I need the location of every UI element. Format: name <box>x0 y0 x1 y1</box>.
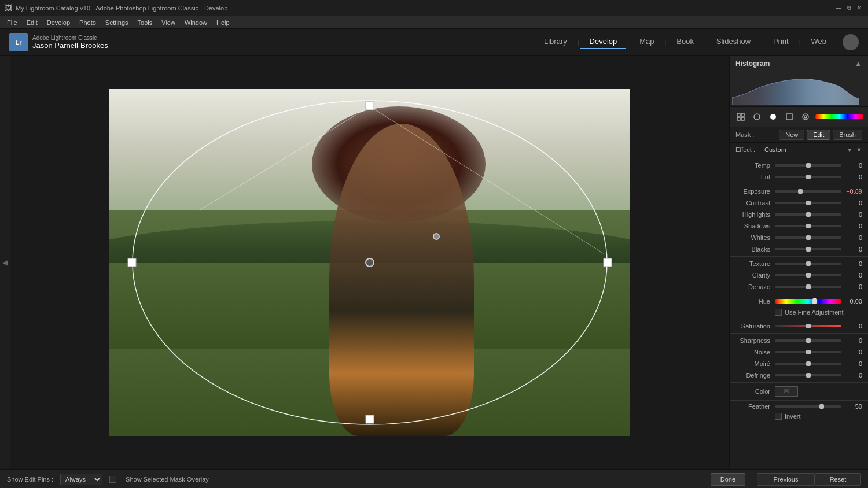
slider-row-tint: Tint 0 <box>730 171 868 183</box>
show-mask-checkbox[interactable] <box>109 476 116 483</box>
done-button[interactable]: Done <box>711 473 745 486</box>
blacks-track[interactable] <box>775 248 841 250</box>
highlights-thumb[interactable] <box>806 212 811 217</box>
sliders-section: Temp 0 Tint 0 Exposure <box>730 157 868 424</box>
texture-thumb[interactable] <box>806 261 811 266</box>
effect-row: Effect : Custom ▼ ▼ <box>730 143 868 157</box>
user-avatar[interactable] <box>843 34 859 50</box>
menu-help[interactable]: Help <box>212 16 234 28</box>
slider-row-blacks: Blacks 0 <box>730 243 868 255</box>
brand-app-name: Adobe Lightroom Classic <box>32 35 108 41</box>
shadows-thumb[interactable] <box>806 224 811 228</box>
feather-thumb[interactable] <box>819 404 824 409</box>
restore-button[interactable]: ⧉ <box>845 4 853 12</box>
moire-label: Moiré <box>735 360 775 367</box>
saturation-label: Saturation <box>735 323 775 330</box>
nav-book[interactable]: Book <box>667 35 703 49</box>
moire-track[interactable] <box>775 363 841 365</box>
slider-row-texture: Texture 0 <box>730 258 868 269</box>
menu-settings[interactable]: Settings <box>101 16 133 28</box>
effect-dropdown-icon[interactable]: ▼ <box>847 147 852 153</box>
left-panel-toggle[interactable]: ◀ <box>2 258 8 267</box>
sharpness-track[interactable] <box>775 339 841 342</box>
hue-label: Hue <box>735 298 775 305</box>
contrast-track[interactable] <box>775 202 841 204</box>
menu-window[interactable]: Window <box>180 16 212 28</box>
hue-thumb[interactable] <box>812 298 817 304</box>
texture-track[interactable] <box>775 263 841 265</box>
contrast-thumb[interactable] <box>806 201 811 205</box>
nav-develop[interactable]: Develop <box>580 35 627 49</box>
histogram-collapse[interactable]: ▲ <box>854 59 862 68</box>
nav-slideshow[interactable]: Slideshow <box>707 35 760 49</box>
previous-button[interactable]: Previous <box>757 473 815 486</box>
mask-brush-button[interactable]: Brush <box>833 130 862 140</box>
histogram-title: Histogram <box>735 60 770 68</box>
menu-tools[interactable]: Tools <box>133 16 157 28</box>
tool-grid[interactable] <box>734 110 747 123</box>
svg-point-14 <box>770 114 776 120</box>
tool-circle-ring[interactable] <box>799 110 812 123</box>
tool-circle-fill[interactable] <box>767 110 779 123</box>
menu-edit[interactable]: Edit <box>22 16 42 28</box>
menu-view[interactable]: View <box>157 16 180 28</box>
dehaze-thumb[interactable] <box>806 284 811 289</box>
title-text: My Lightroom Catalog-v10 - Adobe Photosh… <box>16 5 227 12</box>
svg-rect-10 <box>741 113 744 116</box>
exposure-track[interactable] <box>775 190 841 193</box>
sharpness-thumb[interactable] <box>806 338 811 343</box>
effect-arrow-icon[interactable]: ▼ <box>856 146 862 153</box>
hue-track[interactable] <box>775 299 841 304</box>
tool-circle-outline[interactable] <box>751 110 763 123</box>
shadows-track[interactable] <box>775 225 841 227</box>
exposure-thumb[interactable] <box>798 189 803 194</box>
show-edit-pins-dropdown[interactable]: Always Selected Never <box>60 474 102 485</box>
dehaze-value: 0 <box>841 283 862 290</box>
reset-button[interactable]: Reset <box>815 473 861 486</box>
defringe-track[interactable] <box>775 374 841 376</box>
tool-square[interactable] <box>783 110 796 123</box>
defringe-thumb[interactable] <box>806 373 811 378</box>
fine-adjustment-checkbox[interactable] <box>775 309 782 316</box>
moire-thumb[interactable] <box>806 361 811 366</box>
saturation-thumb[interactable] <box>806 324 811 328</box>
noise-track[interactable] <box>775 351 841 353</box>
mask-new-button[interactable]: New <box>779 130 804 140</box>
divider-6 <box>730 382 868 383</box>
temp-thumb[interactable] <box>806 163 811 168</box>
slider-row-clarity: Clarity 0 <box>730 269 868 281</box>
nav-library[interactable]: Library <box>535 35 576 49</box>
dehaze-track[interactable] <box>775 286 841 288</box>
clarity-thumb[interactable] <box>806 273 811 278</box>
slider-row-sharpness: Sharpness 0 <box>730 335 868 346</box>
minimize-button[interactable]: — <box>834 4 843 12</box>
slider-row-highlights: Highlights 0 <box>730 209 868 220</box>
noise-thumb[interactable] <box>806 350 811 354</box>
nav-print[interactable]: Print <box>764 35 798 49</box>
menu-file[interactable]: File <box>2 16 22 28</box>
bottom-bar: Show Edit Pins : Always Selected Never S… <box>0 469 868 488</box>
bottom-actions: Done <box>711 473 745 486</box>
blacks-thumb[interactable] <box>806 247 811 252</box>
menu-develop[interactable]: Develop <box>42 16 75 28</box>
invert-checkbox[interactable] <box>775 413 782 420</box>
mask-edit-button[interactable]: Edit <box>807 130 830 140</box>
menu-photo[interactable]: Photo <box>75 16 101 28</box>
blacks-value: 0 <box>841 246 862 253</box>
tint-track[interactable] <box>775 176 841 178</box>
clarity-track[interactable] <box>775 274 841 276</box>
highlights-track[interactable] <box>775 213 841 216</box>
slider-row-moire: Moiré 0 <box>730 358 868 369</box>
close-button[interactable]: ✕ <box>855 4 863 12</box>
feather-track[interactable] <box>775 405 841 408</box>
nav-map[interactable]: Map <box>630 35 663 49</box>
nav-web[interactable]: Web <box>802 35 836 49</box>
saturation-track[interactable] <box>775 325 841 327</box>
color-swatch[interactable]: ✉ <box>775 386 798 397</box>
show-mask-label: Show Selected Mask Overlay <box>126 476 209 483</box>
whites-track[interactable] <box>775 236 841 239</box>
temp-track[interactable] <box>775 164 841 167</box>
whites-thumb[interactable] <box>806 235 811 240</box>
tint-thumb[interactable] <box>806 175 811 179</box>
effect-value: Custom <box>764 146 845 153</box>
